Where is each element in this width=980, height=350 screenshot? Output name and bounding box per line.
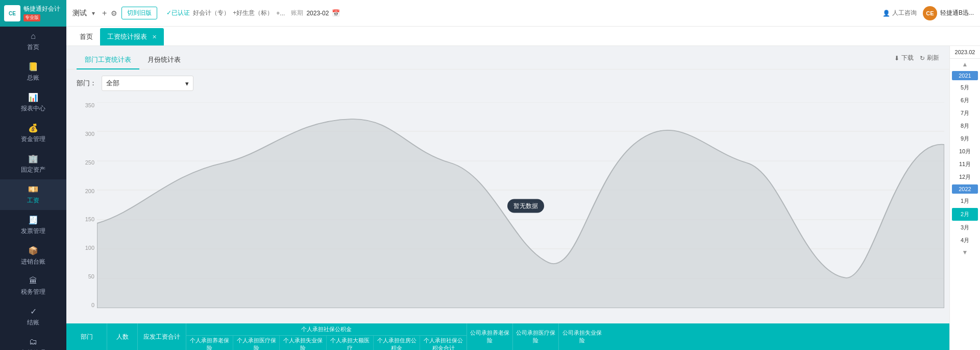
y-label: 100 xyxy=(85,245,94,251)
date-month-2021-9月[interactable]: 9月 xyxy=(950,132,980,145)
date-month-2021-12月[interactable]: 12月 xyxy=(950,171,980,183)
main-inner: 部门工资统计表 月份统计表 ⬇ 下载 ↻ 刷新 xyxy=(66,46,980,350)
sidebar-item-label: 总账 xyxy=(27,74,39,82)
user-avatar: CE xyxy=(923,6,937,20)
date-month-2021-8月[interactable]: 8月 xyxy=(950,120,980,132)
sidebar-item-invoice[interactable]: 🧾发票管理 xyxy=(0,210,66,241)
status-more: +... xyxy=(276,10,285,17)
y-label: 250 xyxy=(85,159,94,166)
chart-container: 350300250200150100500 xyxy=(66,97,949,323)
date-panel: 2023.02 ▲ 20215月6月7月8月9月10月11月12月20221月2… xyxy=(949,46,980,350)
sub-tabs: 部门工资统计表 月份统计表 ⬇ 下载 ↻ 刷新 xyxy=(66,46,949,69)
date-month-2021-5月[interactable]: 5月 xyxy=(950,81,980,94)
sidebar-item-label: 报表中心 xyxy=(21,104,45,113)
sidebar-nav: ⌂首页📒总账📊报表中心💰资金管理🏢固定资产💴工资🧾发票管理📦进销台账🏛税务管理✓… xyxy=(0,27,66,350)
date-month-2022-3月[interactable]: 3月 xyxy=(950,221,980,234)
invoice-icon: 🧾 xyxy=(28,215,38,225)
switch-old-button[interactable]: 切到旧版 xyxy=(121,7,157,19)
date-month-2021-10月[interactable]: 10月 xyxy=(950,145,980,158)
y-label: 200 xyxy=(85,188,94,194)
topbar-dropdown-icon[interactable]: ▾ xyxy=(92,10,95,17)
period-label: 账期 xyxy=(291,9,303,17)
sidebar-item-stock[interactable]: 📦进销台账 xyxy=(0,241,66,271)
date-year-2021: 2021 xyxy=(952,71,978,80)
topbar-settings-icon[interactable]: ⚙ xyxy=(111,9,117,17)
sub-tab-monthly[interactable]: 月份统计表 xyxy=(139,51,189,69)
date-month-2021-6月[interactable]: 6月 xyxy=(950,94,980,107)
th-company-unemployment: 公司承担失业保险 xyxy=(559,323,605,350)
dept-filter-label: 部门： xyxy=(77,79,96,88)
th-count: 人数 xyxy=(107,323,138,350)
archive-icon: 🗂 xyxy=(29,337,37,346)
th-group-sub-2: 个人承担失业保险 xyxy=(280,336,327,350)
th-group-personal: 个人承担社保公积金 个人承担养老保险个人承担医疗保险个人承担失业保险个人承担大额… xyxy=(186,323,467,350)
refresh-icon: ↻ xyxy=(920,55,925,62)
home-icon: ⌂ xyxy=(31,32,36,41)
tax-icon: 🏛 xyxy=(29,276,37,286)
topbar-add-icon[interactable]: + xyxy=(102,9,107,18)
tab-salary-report[interactable]: 工资统计报表 ✕ xyxy=(100,28,164,45)
sidebar-item-settle[interactable]: ✓结账 xyxy=(0,301,66,332)
user-name: 轻捷通B迅... xyxy=(940,9,974,17)
sidebar-item-funds[interactable]: 💰资金管理 xyxy=(0,118,66,149)
date-nav-up[interactable]: ▲ xyxy=(950,59,980,70)
y-label: 50 xyxy=(88,273,94,279)
tab-close-icon[interactable]: ✕ xyxy=(152,34,157,40)
sidebar-item-ledger[interactable]: 📒总账 xyxy=(0,57,66,87)
date-month-2021-7月[interactable]: 7月 xyxy=(950,107,980,120)
main-content-area: 部门工资统计表 月份统计表 ⬇ 下载 ↻ 刷新 xyxy=(66,46,949,350)
table-header: 部门 人数 应发工资合计 个人承担社保公积金 个人承担养老保险个人承担医疗保险个… xyxy=(66,323,949,350)
reports-icon: 📊 xyxy=(28,92,38,102)
sidebar-item-label: 资金管理 xyxy=(21,135,45,144)
status-business: +好生意（标） xyxy=(233,9,273,17)
date-nav-down[interactable]: ▼ xyxy=(950,247,980,258)
th-group-cols: 个人承担养老保险个人承担医疗保险个人承担失业保险个人承担大额医疗个人承担住房公积… xyxy=(186,336,467,350)
settle-icon: ✓ xyxy=(30,307,37,316)
salary-icon: 💴 xyxy=(28,184,38,194)
help-button[interactable]: 👤 人工咨询 xyxy=(883,9,917,17)
y-label: 350 xyxy=(85,102,94,108)
chart-svg xyxy=(97,102,944,308)
sidebar-item-reports[interactable]: 📊报表中心 xyxy=(0,87,66,118)
th-company-medical: 公司承担医疗保险 xyxy=(513,323,559,350)
date-month-2022-2月[interactable]: 2月 xyxy=(952,208,978,221)
sub-tab-actions: ⬇ 下载 ↻ 刷新 xyxy=(894,54,939,66)
sidebar-item-label: 固定资产 xyxy=(21,166,45,174)
y-label: 0 xyxy=(91,302,94,308)
sidebar-item-archive[interactable]: 🗂归档管理 xyxy=(0,332,66,350)
th-group-sub-3: 个人承担大额医疗 xyxy=(327,336,374,350)
period-value: 2023-02 xyxy=(306,10,329,17)
sidebar-item-label: 税务管理 xyxy=(21,288,45,296)
ledger-icon: 📒 xyxy=(28,62,38,72)
download-button[interactable]: ⬇ 下载 xyxy=(894,54,914,62)
th-dept: 部门 xyxy=(66,323,107,350)
sidebar-item-home[interactable]: ⌂首页 xyxy=(0,27,66,57)
sub-tab-dept[interactable]: 部门工资统计表 xyxy=(77,51,139,69)
topbar-status: ✓已认证 好会计（专） +好生意（标） +... 账期 2023-02 📅 xyxy=(166,9,340,17)
sidebar-item-label: 工资 xyxy=(27,196,39,205)
logo-icon: CE xyxy=(4,5,20,21)
date-month-2022-4月[interactable]: 4月 xyxy=(950,234,980,247)
th-company-pension: 公司承担养老保险 xyxy=(467,323,513,350)
sidebar-item-label: 首页 xyxy=(27,43,39,52)
refresh-button[interactable]: ↻ 刷新 xyxy=(920,54,939,62)
dept-filter-select[interactable]: 全部 ▾ xyxy=(102,76,193,91)
sidebar-item-salary[interactable]: 💴工资 xyxy=(0,179,66,210)
calendar-icon[interactable]: 📅 xyxy=(332,9,340,17)
date-month-2022-1月[interactable]: 1月 xyxy=(950,195,980,207)
sidebar-item-label: 发票管理 xyxy=(21,227,45,236)
chart-y-labels: 350300250200150100500 xyxy=(77,102,94,308)
sidebar-item-assets[interactable]: 🏢固定资产 xyxy=(0,149,66,179)
th-group-sub-1: 个人承担医疗保险 xyxy=(233,336,280,350)
date-month-2021-11月[interactable]: 11月 xyxy=(950,158,980,171)
tab-home[interactable]: 首页 xyxy=(72,28,100,45)
main-area: 测试 ▾ + ⚙ 切到旧版 ✓已认证 好会计（专） +好生意（标） +... 账… xyxy=(66,0,980,350)
stock-icon: 📦 xyxy=(28,246,38,255)
topbar-actions: + ⚙ 切到旧版 xyxy=(102,7,157,19)
sidebar-item-label: 结账 xyxy=(27,318,39,327)
download-icon: ⬇ xyxy=(894,55,899,62)
sidebar-logo: CE 畅捷通好会计 专业版 xyxy=(0,0,66,27)
sidebar-item-tax[interactable]: 🏛税务管理 xyxy=(0,271,66,301)
tabbar: 首页 工资统计报表 ✕ xyxy=(66,27,980,46)
date-year-2022: 2022 xyxy=(952,184,978,194)
